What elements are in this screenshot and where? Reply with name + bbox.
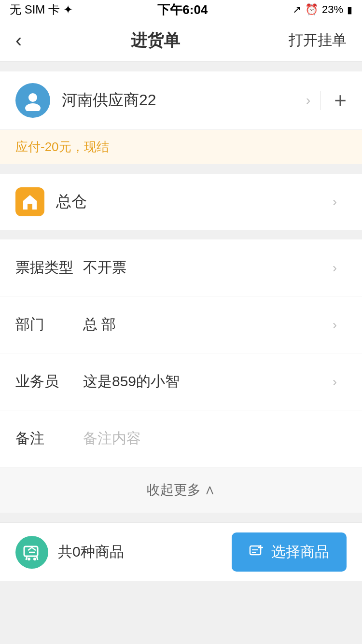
status-right: ↗ ⏰ 23% ▮ [292, 3, 352, 16]
form-card: 票据类型 不开票 › 部门 总 部 › 业务员 这是859的小智 › 备注 备注… [0, 239, 362, 513]
house-icon [21, 193, 39, 210]
salesperson-value: 这是859的小智 [83, 372, 333, 392]
battery-icon: ▮ [347, 4, 352, 15]
nav-bar: ‹ 进货单 打开挂单 [0, 19, 362, 62]
invoice-type-chevron-icon: › [333, 260, 337, 276]
collapse-row[interactable]: 收起更多 ∧ [0, 467, 362, 513]
open-pending-button[interactable]: 打开挂单 [289, 30, 347, 50]
product-count: 共0种商品 [58, 542, 232, 562]
cart-icon [22, 543, 42, 562]
remark-label: 备注 [15, 429, 83, 448]
section-gap-1 [0, 62, 362, 71]
warehouse-card: 总仓 › [0, 174, 362, 230]
supplier-chevron-icon: › [306, 93, 310, 108]
page-title: 进货单 [131, 29, 180, 52]
department-chevron-icon: › [333, 317, 337, 333]
supplier-card: 河南供应商22 › + 应付-20元，现结 [0, 71, 362, 164]
department-label: 部门 [15, 315, 83, 335]
section-gap-3 [0, 230, 362, 239]
svg-point-1 [25, 103, 41, 111]
invoice-type-row[interactable]: 票据类型 不开票 › [0, 239, 362, 296]
select-product-label: 选择商品 [271, 542, 329, 562]
invoice-type-label: 票据类型 [15, 258, 83, 278]
status-time: 下午6:04 [157, 1, 208, 18]
svg-point-5 [33, 558, 36, 560]
back-button[interactable]: ‹ [15, 29, 22, 51]
vertical-divider [320, 91, 320, 110]
invoice-type-value: 不开票 [83, 258, 333, 278]
status-bar: 无 SIM 卡 ✦ 下午6:04 ↗ ⏰ 23% ▮ [0, 0, 362, 19]
salesperson-label: 业务员 [15, 372, 83, 392]
department-row[interactable]: 部门 总 部 › [0, 296, 362, 353]
status-left: 无 SIM 卡 ✦ [10, 2, 73, 17]
svg-rect-2 [28, 204, 32, 210]
battery-text: 23% [322, 3, 343, 16]
salesperson-row[interactable]: 业务员 这是859的小智 › [0, 353, 362, 410]
svg-point-0 [28, 93, 37, 102]
sim-signal-text: 无 SIM 卡 ✦ [10, 2, 73, 17]
supplier-row[interactable]: 河南供应商22 › + [0, 71, 362, 130]
warehouse-chevron-icon: › [333, 194, 337, 210]
remark-input[interactable]: 备注内容 [83, 429, 347, 448]
section-gap-2 [0, 164, 362, 174]
supplier-name: 河南供应商22 [62, 90, 306, 111]
user-icon [22, 90, 43, 111]
salesperson-chevron-icon: › [333, 374, 337, 390]
supplier-avatar [15, 83, 50, 118]
product-bar: 共0种商品 选择商品 [0, 522, 362, 581]
remark-row[interactable]: 备注 备注内容 [0, 410, 362, 467]
select-product-icon [249, 544, 265, 560]
notice-banner: 应付-20元，现结 [0, 130, 362, 164]
add-supplier-button[interactable]: + [334, 90, 347, 111]
alarm-icon: ⏰ [305, 3, 318, 16]
svg-point-4 [28, 558, 30, 560]
warehouse-name: 总仓 [56, 191, 333, 212]
page-body: 河南供应商22 › + 应付-20元，现结 总仓 › 票据类型 不开票 › [0, 62, 362, 644]
select-product-button[interactable]: 选择商品 [232, 532, 347, 572]
location-icon: ↗ [292, 3, 301, 16]
warehouse-icon [15, 187, 44, 216]
department-value: 总 部 [83, 315, 333, 335]
warehouse-row[interactable]: 总仓 › [0, 174, 362, 230]
product-icon [15, 536, 48, 569]
collapse-label: 收起更多 ∧ [147, 481, 216, 499]
